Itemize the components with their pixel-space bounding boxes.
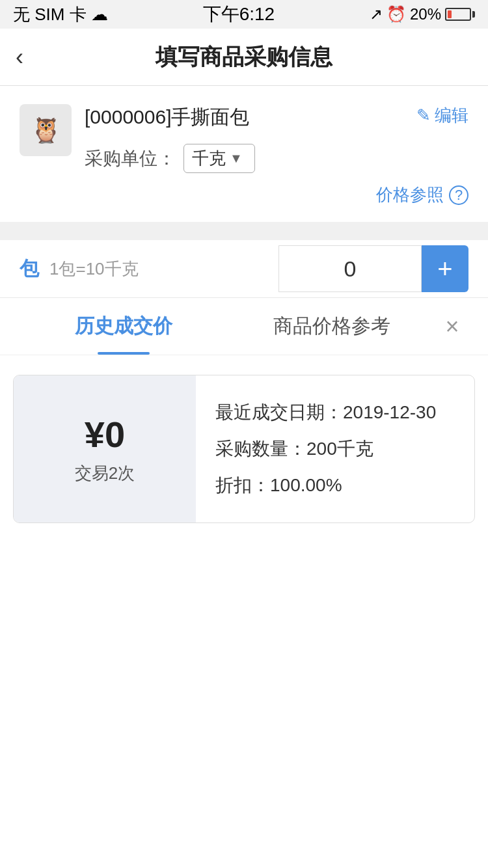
tab-active-underline [98,352,150,355]
card-right: 最近成交日期：2019-12-30 采购数量：200千克 折扣：100.00% [196,375,474,522]
card-purchase-qty: 采购数量：200千克 [215,435,455,463]
page-title: 填写商品采购信息 [156,42,332,72]
status-time: 下午6:12 [203,2,275,27]
unit-label: 采购单位： [85,146,176,171]
card-recent-date: 最近成交日期：2019-12-30 [215,399,455,426]
back-button[interactable]: ‹ [16,44,23,71]
discount-label: 折扣： [215,475,270,495]
chevron-down-icon: ▼ [230,151,243,166]
tab-product-price-ref[interactable]: 商品价格参考 [228,298,436,355]
header-bar: ‹ 填写商品采购信息 [0,29,488,86]
edit-icon: ✎ [416,105,431,126]
unit-select-text: 千克 [192,147,226,170]
sim-status: 无 SIM 卡 ☁ [13,3,108,26]
card-discount: 折扣：100.00% [215,472,455,499]
status-left: 无 SIM 卡 ☁ [13,3,108,26]
battery-icon [445,8,475,21]
recent-date-value: 2019-12-30 [343,402,436,422]
card-trade-count: 交易2次 [75,462,135,485]
price-ref-label: 价格参照 [376,183,444,206]
status-bar: 无 SIM 卡 ☁ 下午6:12 ↗ ⏰ 20% [0,0,488,29]
help-label: ? [455,187,463,204]
tab-history-price[interactable]: 历史成交价 [20,298,228,355]
alarm-icon: ⏰ [386,5,406,23]
card-left: ¥0 交易2次 [14,375,196,522]
quantity-unit-icon: 包 [20,256,39,282]
product-name: [0000006]手撕面包 [85,104,255,131]
product-thumbnail: 🦉 [20,104,72,156]
recent-date-label: 最近成交日期： [215,402,343,422]
product-section: 🦉 [0000006]手撕面包 采购单位： 千克 ▼ ✎ 编辑 价格参照 [0,86,488,222]
help-icon[interactable]: ? [449,185,468,205]
quantity-section: 包 1包=10千克 0 + [0,240,488,297]
history-card: ¥0 交易2次 最近成交日期：2019-12-30 采购数量：200千克 折扣：… [13,375,475,523]
purchase-qty-value: 200千克 [306,439,373,459]
quantity-unit-desc: 1包=10千克 [49,258,139,280]
status-right: ↗ ⏰ 20% [370,5,475,23]
price-reference-button[interactable]: 价格参照 ? [376,183,468,206]
edit-button[interactable]: ✎ 编辑 [416,104,468,127]
tab-product-price-ref-label: 商品价格参考 [273,313,390,340]
product-unit-row: 采购单位： 千克 ▼ [85,144,255,173]
quantity-left: 包 1包=10千克 [20,256,139,282]
product-top: 🦉 [0000006]手撕面包 采购单位： 千克 ▼ ✎ 编辑 [20,104,468,173]
tabs-section: 历史成交价 商品价格参考 × ¥0 交易2次 最近成交日期：2019-12-30… [0,297,488,868]
battery-percent: 20% [410,5,441,23]
quantity-right: 0 + [278,245,468,292]
card-price: ¥0 [85,413,125,455]
product-image-icon: 🦉 [31,116,61,144]
price-ref-row: 价格参照 ? [20,183,468,206]
location-icon: ↗ [370,5,383,23]
tab-history-price-label: 历史成交价 [75,313,172,340]
tab-close-button[interactable]: × [436,310,468,343]
product-left: 🦉 [0000006]手撕面包 采购单位： 千克 ▼ [20,104,255,173]
tabs-header: 历史成交价 商品价格参考 × [0,298,488,355]
purchase-qty-label: 采购数量： [215,439,306,459]
separator1 [0,230,488,240]
bottom-space [0,543,488,868]
product-info: [0000006]手撕面包 采购单位： 千克 ▼ [85,104,255,173]
discount-value: 100.00% [270,475,342,495]
quantity-plus-button[interactable]: + [422,245,468,292]
history-card-area: ¥0 交易2次 最近成交日期：2019-12-30 采购数量：200千克 折扣：… [0,355,488,543]
unit-select-dropdown[interactable]: 千克 ▼ [183,144,255,173]
edit-label: 编辑 [435,104,468,127]
quantity-input[interactable]: 0 [278,245,422,292]
